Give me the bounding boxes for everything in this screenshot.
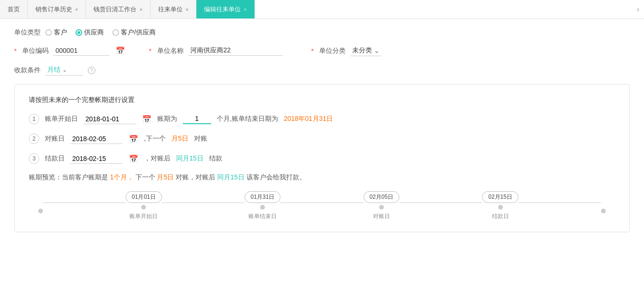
preview-prefix: 账期预览：当前客户账期是 — [29, 173, 108, 181]
timeline-node-4-dot — [498, 205, 503, 210]
timeline-node-1-caption: 账单开始日 — [129, 212, 158, 220]
timeline-start-dot — [38, 209, 43, 213]
step-2-row: 2 对账日 📅 ,下一个 月5日 对账 — [29, 134, 615, 144]
help-icon[interactable]: ? — [88, 67, 95, 74]
close-edit-partner-icon[interactable]: × — [244, 7, 246, 12]
payment-term-select[interactable]: 月结 ⌄ — [45, 65, 83, 76]
timeline: 01月01日 账单开始日 01月31日 账单结束日 02月05日 对账日 0 — [29, 191, 615, 220]
tab-sales-history[interactable]: 销售订单历史 × — [28, 0, 86, 18]
unit-name-label: 单位名称 — [157, 47, 184, 55]
unit-code-required: * — [14, 47, 17, 55]
timeline-line-1 — [43, 203, 126, 203]
preview-text: 账期预览：当前客户账期是 1个月， 下一个 月5日 对账，对账后 同月15日 该… — [29, 173, 615, 182]
timeline-node-2-dot — [260, 205, 265, 210]
preview-reconcile: 月5日 — [157, 173, 174, 181]
tab-edit-partner-label: 编辑往来单位 — [204, 5, 241, 14]
radio-supplier-circle — [76, 29, 82, 36]
unit-code-label: 单位编码 — [22, 47, 49, 55]
step-2-suffix-prefix: ,下一个 — [144, 135, 166, 143]
step-1-period-unit: 个月,账单结束日期为 — [217, 115, 278, 123]
timeline-node-3: 02月05日 对账日 — [364, 191, 400, 220]
unit-category-value: 未分类 — [352, 46, 372, 55]
close-sales-history-icon[interactable]: × — [75, 7, 78, 12]
step-1-number: 1 — [29, 114, 39, 124]
radio-customer-label: 客户 — [54, 28, 67, 37]
step-2-calendar-icon[interactable]: 📅 — [129, 135, 138, 144]
tab-bar: 首页 销售订单历史 × 钱货日清工作台 × 往来单位 × 编辑往来单位 × › — [0, 0, 644, 19]
step-3-row: 3 结款日 📅 ，对账后 同月15日 结款 — [29, 153, 615, 164]
step-3-label: 结款日 — [45, 154, 65, 163]
unit-code-input[interactable] — [53, 46, 110, 56]
timeline-line-5 — [518, 203, 601, 203]
step-2-label: 对账日 — [45, 135, 65, 143]
timeline-node-1-dot — [141, 205, 146, 210]
step-1-date-input[interactable] — [84, 114, 136, 124]
step-3-suffix-label: 结款 — [209, 154, 222, 163]
payment-term-dropdown-icon: ⌄ — [62, 67, 67, 73]
timeline-line-2 — [162, 203, 245, 203]
tab-sales-history-label: 销售订单历史 — [35, 5, 72, 14]
unit-category-dropdown-icon: ⌄ — [374, 47, 380, 54]
timeline-node-4-caption: 结款日 — [492, 212, 509, 220]
unit-code-calendar-icon[interactable]: 📅 — [116, 46, 125, 55]
step-2-suffix-label: 对账 — [194, 135, 207, 143]
step-1-calendar-icon[interactable]: 📅 — [142, 115, 152, 124]
preview-payment: 同月15日 — [217, 173, 245, 181]
settings-card: 请按照未来的一个完整帐期进行设置 1 账单开始日 📅 账期为 个月,账单结束日期… — [14, 84, 630, 232]
unit-name-required: * — [149, 47, 151, 55]
step-2-date-input[interactable] — [70, 134, 122, 144]
unit-type-row: 单位类型 客户 供应商 客户/供应商 — [14, 28, 630, 37]
unit-type-label: 单位类型 — [14, 28, 41, 37]
chevron-right-icon: › — [637, 5, 639, 14]
timeline-node-4: 02月15日 结款日 — [482, 191, 518, 220]
preview-reconcile-prefix: 下一个 — [136, 173, 155, 181]
tab-more-button[interactable]: › — [632, 0, 644, 18]
timeline-line-3 — [280, 203, 363, 203]
tab-home[interactable]: 首页 — [0, 0, 28, 18]
preview-reconcile-suffix: 对账，对账后 — [176, 173, 215, 181]
tab-partner-units-label: 往来单位 — [158, 5, 183, 14]
preview-period: 1个月， — [110, 173, 134, 181]
radio-supplier-label: 供应商 — [84, 28, 104, 37]
card-title: 请按照未来的一个完整帐期进行设置 — [29, 96, 615, 104]
step-2-suffix-highlight: 月5日 — [171, 135, 188, 143]
radio-supplier[interactable]: 供应商 — [76, 28, 104, 37]
step-1-label: 账单开始日 — [45, 115, 78, 123]
timeline-node-3-caption: 对账日 — [373, 212, 390, 220]
radio-both-circle — [112, 29, 119, 36]
unit-category-select[interactable]: 未分类 ⌄ — [350, 45, 381, 56]
page-content: 单位类型 客户 供应商 客户/供应商 * 单位编码 📅 * 单位名称 * — [0, 19, 644, 287]
tab-cash-work[interactable]: 钱货日清工作台 × — [86, 0, 150, 18]
preview-suffix: 该客户会给我打款。 — [246, 173, 306, 181]
unit-type-radio-group: 客户 供应商 客户/供应商 — [45, 28, 156, 37]
unit-category-label: 单位分类 — [319, 47, 346, 55]
timeline-end-dot — [601, 209, 606, 213]
timeline-node-2-caption: 账单结束日 — [248, 212, 277, 220]
radio-both-label: 客户/供应商 — [121, 28, 156, 37]
step-1-suffix-label: 账期为 — [157, 115, 177, 123]
tab-edit-partner[interactable]: 编辑往来单位 × — [196, 0, 254, 18]
step-2-number: 2 — [29, 134, 39, 144]
unit-category-required: * — [311, 47, 314, 55]
timeline-node-2-pill: 01月31日 — [245, 191, 281, 203]
step-3-calendar-icon[interactable]: 📅 — [129, 154, 138, 163]
step-1-period-end-date: 2018年01月31日 — [284, 115, 333, 123]
unit-name-input[interactable] — [188, 46, 283, 56]
payment-term-label: 收款条件 — [14, 66, 41, 75]
radio-customer-circle — [45, 29, 52, 36]
tab-cash-work-label: 钱货日清工作台 — [93, 5, 136, 14]
step-1-period-input[interactable] — [183, 114, 211, 124]
radio-customer[interactable]: 客户 — [45, 28, 67, 37]
timeline-node-4-pill: 02月15日 — [482, 191, 518, 203]
timeline-node-1-pill: 01月01日 — [126, 191, 162, 203]
tab-partner-units[interactable]: 往来单位 × — [151, 0, 196, 18]
timeline-node-3-dot — [379, 205, 384, 210]
step-3-date-input[interactable] — [70, 154, 122, 164]
tab-home-label: 首页 — [8, 5, 20, 14]
unit-info-row: * 单位编码 📅 * 单位名称 * 单位分类 未分类 ⌄ — [14, 45, 630, 56]
radio-both[interactable]: 客户/供应商 — [112, 28, 156, 37]
close-cash-work-icon[interactable]: × — [139, 7, 142, 12]
close-partner-units-icon[interactable]: × — [186, 7, 188, 12]
payment-term-value: 月结 — [47, 66, 60, 74]
timeline-node-3-pill: 02月05日 — [364, 191, 400, 203]
